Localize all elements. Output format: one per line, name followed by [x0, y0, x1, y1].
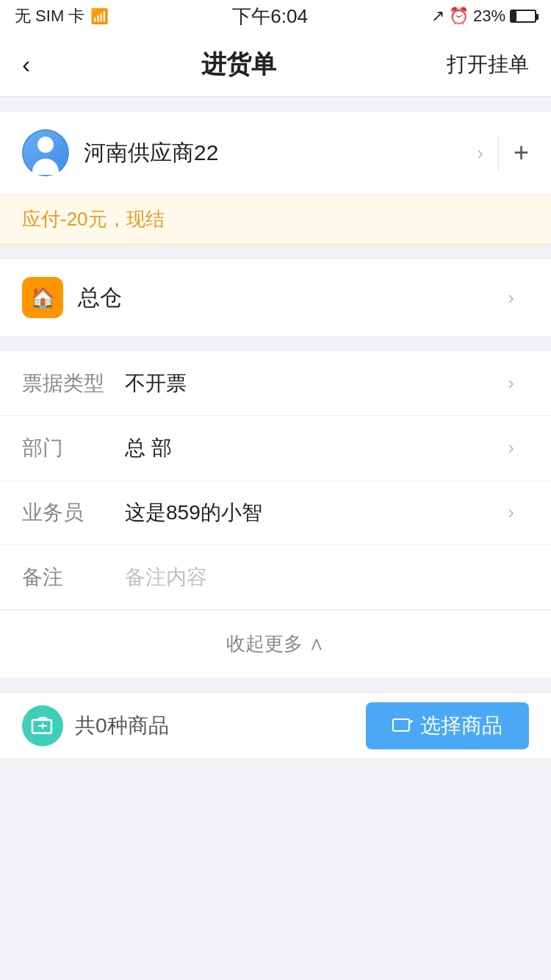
- dept-value: 总 部: [125, 434, 508, 462]
- supplier-name: 河南供应商22: [84, 138, 477, 168]
- location-icon: ↗: [431, 7, 444, 26]
- status-right: ↗ ⏰ 23%: [431, 7, 536, 26]
- dept-row[interactable]: 部门 总 部 ›: [0, 416, 551, 480]
- sales-value: 这是859的小智: [125, 499, 508, 527]
- alarm-icon: ⏰: [449, 7, 469, 26]
- invoice-row[interactable]: 票据类型 不开票 ›: [0, 351, 551, 416]
- warehouse-chevron-icon: ›: [508, 287, 514, 309]
- battery-icon: [510, 10, 536, 23]
- section-gap-3: [0, 336, 551, 351]
- bottom-bar: 共0种商品 选择商品: [0, 692, 551, 758]
- sales-chevron-icon: ›: [508, 501, 514, 524]
- wifi-icon: 📶: [90, 7, 109, 25]
- supplier-avatar: [22, 129, 69, 176]
- invoice-label: 票据类型: [22, 370, 125, 397]
- avatar-head: [37, 137, 54, 153]
- warehouse-icon-wrap: 🏠: [22, 277, 63, 318]
- collapse-label: 收起更多 ∧: [226, 633, 324, 655]
- notice-text: 应付-20元，现结: [22, 208, 165, 230]
- avatar-inner: [24, 131, 68, 175]
- sales-row[interactable]: 业务员 这是859的小智 ›: [0, 480, 551, 545]
- section-gap-1: [0, 97, 551, 112]
- supplier-row[interactable]: 河南供应商22 › +: [0, 112, 551, 195]
- back-button[interactable]: ‹: [22, 50, 30, 79]
- supplier-section: 河南供应商22 › + 应付-20元，现结: [0, 112, 551, 245]
- status-left: 无 SIM 卡 📶: [15, 5, 109, 27]
- dept-chevron-icon: ›: [508, 436, 514, 459]
- select-goods-icon: [392, 717, 413, 735]
- remark-label: 备注: [22, 563, 125, 591]
- status-bar: 无 SIM 卡 📶 下午6:04 ↗ ⏰ 23%: [0, 0, 551, 32]
- warehouse-row[interactable]: 🏠 总仓 ›: [0, 259, 551, 336]
- invoice-value: 不开票: [125, 370, 508, 397]
- remark-row[interactable]: 备注 备注内容: [0, 545, 551, 610]
- invoice-chevron-icon: ›: [508, 372, 514, 394]
- select-goods-label: 选择商品: [420, 712, 503, 740]
- supplier-chevron-icon: ›: [477, 142, 483, 165]
- section-gap-4: [0, 677, 551, 692]
- avatar-body: [32, 159, 59, 175]
- warehouse-icon: 🏠: [30, 286, 56, 310]
- cart-icon: [31, 716, 54, 736]
- select-goods-button[interactable]: 选择商品: [366, 702, 529, 749]
- page-title: 进货单: [201, 48, 276, 82]
- section-gap-2: [0, 245, 551, 259]
- goods-icon-wrap: [22, 705, 63, 746]
- warehouse-section: 🏠 总仓 ›: [0, 259, 551, 336]
- notice-bar: 应付-20元，现结: [0, 195, 551, 245]
- sales-label: 业务员: [22, 499, 125, 527]
- warehouse-name: 总仓: [78, 283, 508, 313]
- goods-count-text: 共0种商品: [75, 712, 169, 740]
- gray-fill-area: [0, 758, 551, 979]
- svg-rect-3: [393, 719, 409, 731]
- open-pending-button[interactable]: 打开挂单: [447, 51, 529, 79]
- dept-label: 部门: [22, 434, 125, 462]
- supplier-divider: [498, 134, 499, 171]
- collapse-button[interactable]: 收起更多 ∧: [0, 610, 551, 677]
- status-time: 下午6:04: [232, 4, 308, 29]
- carrier-text: 无 SIM 卡: [15, 5, 84, 27]
- nav-bar: ‹ 进货单 打开挂单: [0, 32, 551, 97]
- add-supplier-button[interactable]: +: [514, 137, 529, 168]
- remark-placeholder: 备注内容: [125, 563, 529, 591]
- battery-text: 23%: [473, 7, 505, 26]
- goods-info: 共0种商品: [22, 705, 169, 746]
- form-section: 票据类型 不开票 › 部门 总 部 › 业务员 这是859的小智 › 备注 备注…: [0, 351, 551, 677]
